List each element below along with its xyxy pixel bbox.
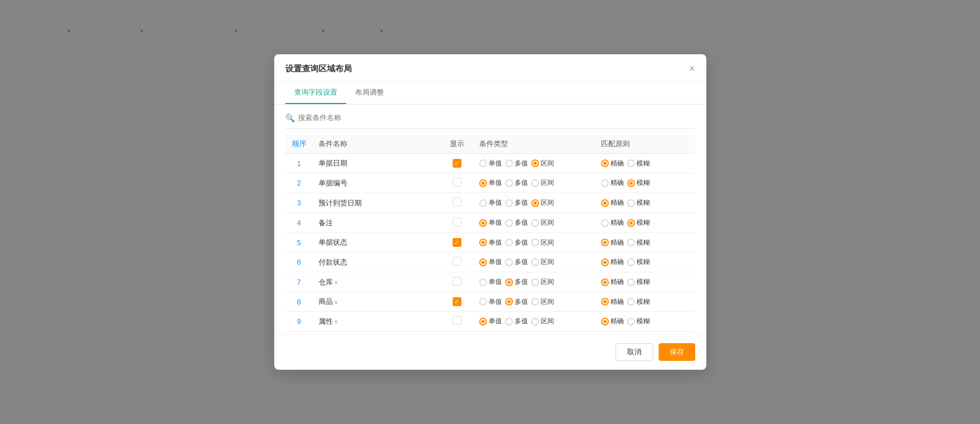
dialog-tab-fields-label: 查询字段设置: [294, 88, 337, 96]
dialog-tabs: 查询字段设置 布局调整: [274, 82, 706, 105]
modal-overlay: 设置查询区域布局 × 查询字段设置 布局调整 🔍: [0, 0, 980, 120]
search-row: 🔍: [285, 111, 695, 120]
dialog-tab-layout[interactable]: 布局调整: [346, 82, 393, 104]
dialog-body: 🔍 顺序 条件名称 显示 条件类型 匹配原则: [274, 105, 706, 120]
dialog-tab-layout-label: 布局调整: [355, 88, 384, 96]
dialog-tab-fields[interactable]: 查询字段设置: [285, 82, 346, 104]
dialog-close-btn[interactable]: ×: [689, 63, 695, 75]
search-input[interactable]: [298, 111, 695, 120]
dialog-title: 设置查询区域布局: [285, 64, 352, 74]
settings-dialog: 设置查询区域布局 × 查询字段设置 布局调整 🔍: [274, 54, 706, 120]
search-icon: 🔍: [285, 113, 295, 121]
dialog-header: 设置查询区域布局 ×: [274, 54, 706, 82]
